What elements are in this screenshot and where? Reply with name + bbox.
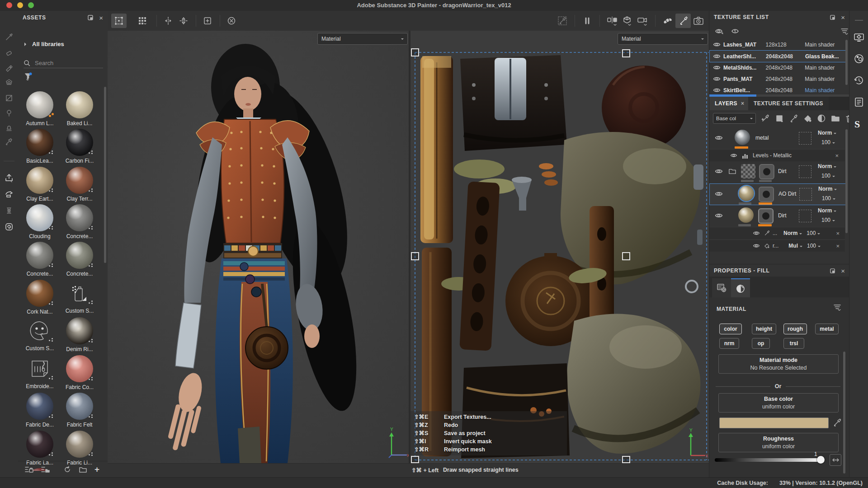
opacity-dropdown[interactable]: 100 (822, 195, 835, 202)
add-folder-icon[interactable] (831, 114, 840, 122)
substance-logo-icon[interactable]: S (854, 118, 860, 130)
channel-height-button[interactable]: height (752, 324, 776, 334)
projection-tool-icon[interactable] (4, 62, 14, 73)
asset-item[interactable]: BasicLea... (23, 129, 57, 164)
texture-set-filter-icon[interactable] (840, 28, 849, 35)
close-panel-icon[interactable]: × (841, 267, 845, 275)
clone-tool-icon[interactable] (4, 108, 14, 118)
asset-item[interactable]: Clouding (23, 204, 57, 239)
import-resources-icon[interactable] (24, 465, 33, 474)
hourglass-icon[interactable] (4, 205, 14, 216)
remove-effect-icon[interactable]: × (836, 243, 840, 249)
asset-item[interactable]: Embroide... (23, 355, 57, 389)
3d-viewport[interactable]: Material Y x (108, 31, 409, 463)
layer-thumbnail[interactable] (738, 207, 754, 223)
properties-scrollbar[interactable] (843, 352, 845, 474)
add-fill-layer-icon[interactable] (775, 114, 784, 123)
shading-mode-dropdown-2d[interactable]: Material (618, 33, 708, 45)
tiling-mode-icon[interactable] (135, 14, 150, 28)
eye-icon[interactable] (715, 212, 723, 219)
eye-icon[interactable] (715, 135, 723, 141)
search-input[interactable] (34, 59, 94, 67)
close-panel-icon[interactable]: × (841, 14, 845, 21)
tab-material-mode-active[interactable] (731, 278, 750, 298)
asset-item[interactable]: Custom S... (62, 280, 97, 314)
remove-effect-icon[interactable]: × (836, 230, 840, 237)
mask-thumbnail[interactable] (759, 187, 774, 202)
texture-set-row[interactable]: Lashes_MAT 128x128 Main shader (709, 39, 845, 50)
eye-icon[interactable] (713, 53, 721, 59)
mask-thumbnail[interactable] (758, 208, 774, 224)
texture-set-shader[interactable]: Main shader (805, 65, 845, 71)
eye-icon[interactable] (713, 87, 721, 93)
asset-item[interactable]: Baked Li... (62, 91, 97, 127)
stencil-off-icon[interactable] (224, 14, 239, 28)
eye-icon[interactable] (713, 65, 721, 70)
texture-set-row-selected[interactable]: LeatherShl... 2048x2048 Glass Beak... (709, 50, 846, 62)
eye-icon[interactable] (715, 168, 723, 174)
opacity-dropdown[interactable]: 100 (821, 173, 835, 179)
float-panel-icon[interactable] (87, 14, 94, 21)
split-view-icon[interactable] (604, 14, 620, 28)
asset-item[interactable]: Clay Terr... (62, 167, 97, 202)
asset-item[interactable]: Concrete... (62, 242, 97, 277)
symmetry-y-icon[interactable] (176, 14, 191, 28)
remove-effect-icon[interactable]: × (835, 152, 839, 159)
texture-set-shader[interactable]: Main shader (805, 42, 845, 48)
folder-icon[interactable] (79, 466, 87, 474)
add-paint-layer-icon[interactable] (789, 114, 798, 123)
layer-row-ao-dirt-selected[interactable]: AO Dirt Norm 100 (709, 183, 846, 205)
stamp-tool-icon[interactable] (4, 122, 14, 133)
channel-filter-dropdown[interactable]: Base col (713, 113, 756, 124)
channel-trsl-button[interactable]: trsl (783, 338, 804, 349)
asset-item[interactable]: Clay Eart... (23, 167, 57, 202)
roughness-slider-track[interactable] (715, 458, 824, 462)
gesture-navigation-icon[interactable] (4, 188, 14, 199)
eye-icon[interactable] (730, 153, 737, 158)
filter-button[interactable] (24, 72, 33, 80)
channel-nrm-button[interactable]: nrm (719, 338, 739, 349)
close-panel-icon[interactable]: × (99, 14, 103, 22)
opacity-dropdown[interactable]: 100 (807, 243, 821, 249)
refresh-icon[interactable] (63, 465, 71, 474)
opacity-dropdown[interactable]: 100 (821, 139, 835, 145)
folder-icon[interactable] (728, 168, 736, 175)
tab-fill-parameters[interactable] (712, 278, 731, 297)
channel-op-button[interactable]: op (752, 338, 770, 349)
material-section-menu-icon[interactable] (833, 304, 841, 311)
add-fill-icon[interactable] (803, 114, 812, 123)
resources-updater-icon[interactable] (4, 221, 14, 232)
blend-mode-dropdown[interactable]: Mul (788, 243, 802, 249)
layer-row-dirt[interactable]: Dirt Norm 100 (709, 206, 845, 226)
blend-mode-dropdown[interactable]: Norm (783, 230, 802, 236)
layers-scrollbar[interactable] (845, 129, 848, 233)
import-folder-icon[interactable] (41, 465, 50, 474)
bake-icon[interactable] (660, 14, 675, 28)
add-asset-button[interactable]: + (94, 465, 99, 474)
channel-color-button[interactable]: color (719, 324, 742, 334)
shader-settings-icon[interactable] (854, 53, 864, 64)
blend-mode-dropdown[interactable]: Norm (818, 163, 836, 169)
layer-thumbnail[interactable] (739, 186, 754, 201)
display-settings-icon[interactable] (854, 33, 864, 42)
paint-brush-icon[interactable] (675, 14, 691, 28)
texture-set-shader[interactable]: Main shader (805, 76, 845, 82)
mask-effect-row-paint[interactable]: ... Norm 100 × (709, 227, 845, 239)
eye-icon[interactable] (753, 243, 760, 249)
layer-row-metal[interactable]: metal Norm 100 (709, 128, 845, 148)
solo-visibility-icon[interactable] (731, 28, 740, 35)
opacity-dropdown[interactable]: 100 (821, 217, 835, 223)
library-selector[interactable]: All libraries (24, 41, 64, 47)
base-color-swatch[interactable] (719, 418, 829, 428)
asset-item[interactable]: Cork Nat... (23, 280, 57, 315)
asset-item[interactable]: Autumn L... (23, 91, 57, 127)
channel-rough-button[interactable]: rough (783, 324, 807, 334)
float-panel-icon[interactable] (830, 268, 835, 274)
tab-texture-set-settings[interactable]: TEXTURE SET SETTINGS (748, 97, 829, 110)
asset-item[interactable]: Denim Ri... (62, 317, 97, 352)
channel-metal-button[interactable]: metal (815, 324, 839, 334)
base-color-box[interactable]: Base color uniform color (718, 393, 839, 413)
screenshot-camera-icon[interactable] (691, 14, 706, 28)
lazy-brush-icon[interactable] (555, 14, 570, 28)
close-tab-icon[interactable]: × (741, 100, 744, 107)
